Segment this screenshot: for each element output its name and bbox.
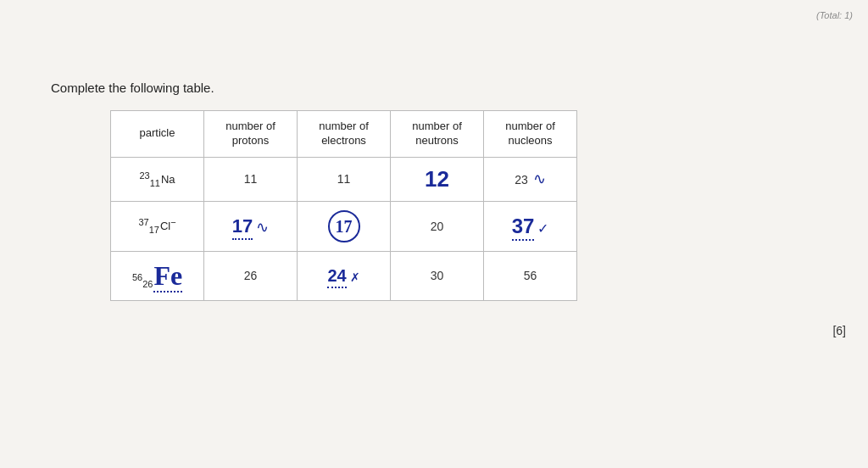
table-row: 3717Cl− 17 ∿ 17 20 37 ✓	[111, 201, 577, 251]
particle-fe: 5626Fe	[111, 251, 204, 300]
na-neutrons: 12	[391, 157, 484, 201]
fe-protons: 26	[204, 251, 298, 300]
cl-protons: 17 ∿	[204, 201, 298, 251]
col-header-protons: number ofprotons	[204, 111, 298, 158]
col-header-neutrons: number ofneutrons	[391, 111, 484, 158]
table-container: particle number ofprotons number ofelect…	[110, 110, 577, 301]
col-header-electrons: number ofelectrons	[298, 111, 391, 158]
table-row: 2311Na 11 11 12 23 ∿	[111, 157, 577, 201]
particle-cl: 3717Cl−	[111, 201, 204, 251]
table-row: 5626Fe 26 24 ✗ 30 56	[111, 251, 577, 300]
cl-nucleons: 37 ✓	[484, 201, 577, 251]
score-label: [6]	[832, 324, 846, 337]
instructions: Complete the following table.	[51, 81, 214, 95]
col-header-particle: particle	[111, 111, 204, 158]
na-protons: 11	[204, 157, 298, 201]
cl-electrons: 17	[298, 201, 391, 251]
cl-neutrons: 20	[391, 201, 484, 251]
periodic-table: particle number ofprotons number ofelect…	[110, 110, 577, 301]
na-electrons: 11	[298, 157, 391, 201]
na-nucleons: 23 ∿	[484, 157, 577, 201]
particle-na: 2311Na	[111, 157, 204, 201]
fe-neutrons: 30	[391, 251, 484, 300]
corner-text: (Total: 1)	[816, 10, 853, 20]
fe-electrons: 24 ✗	[298, 251, 391, 300]
fe-nucleons: 56	[484, 251, 577, 300]
col-header-nucleons: number ofnucleons	[484, 111, 577, 158]
page: (Total: 1) Complete the following table.…	[0, 0, 868, 468]
